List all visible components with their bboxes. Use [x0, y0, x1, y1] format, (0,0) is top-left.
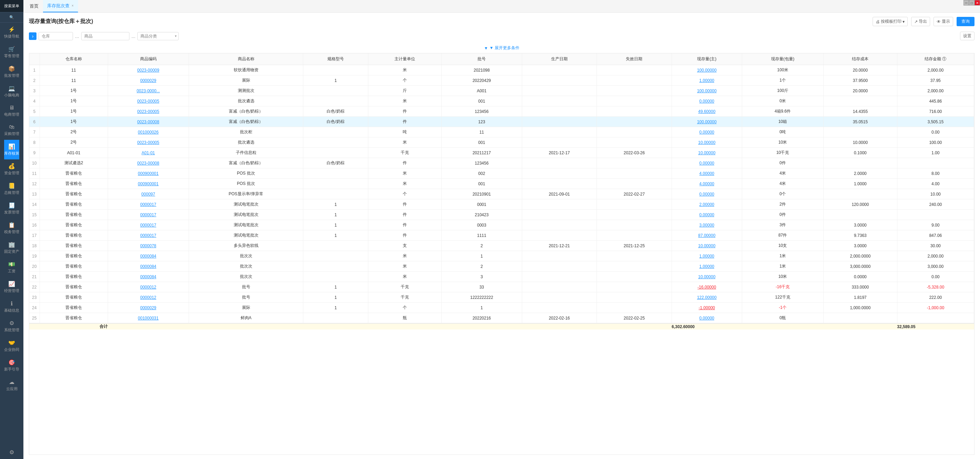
- cell-18-2[interactable]: 0000084: [108, 251, 189, 261]
- sidebar-item-7[interactable]: 💰资金管理: [4, 159, 19, 179]
- cell-17-9[interactable]: 10.00000: [671, 241, 742, 251]
- sidebar-item-1[interactable]: 🛒零售管理: [4, 42, 19, 62]
- cell-22-9[interactable]: 122.00000: [671, 292, 742, 303]
- tab-0[interactable]: 首页: [25, 0, 43, 13]
- cell-4-9[interactable]: 49.60000: [671, 107, 742, 117]
- sidebar-item-11[interactable]: 🏢固定资产: [4, 238, 19, 258]
- sidebar-item-10[interactable]: 📋税务管理: [4, 218, 19, 238]
- tab-1[interactable]: 库存批次查×: [43, 0, 78, 13]
- expand-arrow-icon: ▼: [484, 46, 488, 51]
- sidebar-item-9[interactable]: 🧾发票管理: [4, 199, 19, 218]
- close-button[interactable]: ✕: [975, 0, 980, 5]
- cell-15-9[interactable]: 3.00000: [671, 220, 742, 230]
- cell-24-9[interactable]: 0.00000: [671, 313, 742, 324]
- tab-close-1[interactable]: ×: [72, 0, 74, 12]
- cell-12-9[interactable]: 0.00000: [671, 189, 742, 199]
- minimize-button[interactable]: ─: [964, 0, 969, 5]
- sidebar-item-12[interactable]: 💵工资: [4, 258, 19, 277]
- cell-10-6: 002: [442, 168, 522, 179]
- maximize-button[interactable]: □: [969, 0, 975, 5]
- print-button[interactable]: 🖨 按模板打印 ▾: [873, 17, 908, 26]
- cell-1-9[interactable]: 1.00000: [671, 75, 742, 86]
- cell-11-2[interactable]: 000900001: [108, 179, 189, 189]
- sidebar-item-18[interactable]: ☁云应用: [4, 375, 19, 395]
- sidebar-item-5[interactable]: 🛍采购管理: [4, 121, 19, 140]
- sidebar-icon-10: 📋: [8, 222, 15, 228]
- cell-7-2[interactable]: 0023-00005: [108, 137, 189, 148]
- sidebar-item-8[interactable]: 📒总账管理: [4, 179, 19, 199]
- cell-0-8: [597, 65, 672, 75]
- cell-20-4: [303, 272, 368, 282]
- sidebar-item-0[interactable]: ⚡快捷导航: [4, 23, 19, 42]
- product-input[interactable]: [81, 32, 129, 40]
- cell-16-2[interactable]: 0000017: [108, 230, 189, 241]
- cell-8-9[interactable]: 10.00000: [671, 148, 742, 158]
- cell-19-2[interactable]: 0000084: [108, 261, 189, 272]
- cell-6-9[interactable]: 0.00000: [671, 127, 742, 137]
- expand-more-row[interactable]: ▼ ▼ 展开更多条件: [29, 45, 975, 51]
- cell-10-10: 4米: [742, 168, 823, 179]
- sidebar-item-3[interactable]: 💻小脑电商: [4, 81, 19, 101]
- cell-21-9[interactable]: -16.00000: [671, 282, 742, 292]
- cell-20-9[interactable]: 10.00000: [671, 272, 742, 282]
- cell-1-2[interactable]: 0000029: [108, 75, 189, 86]
- cell-14-9[interactable]: 0.00000: [671, 210, 742, 220]
- cell-13-9[interactable]: 2.00000: [671, 199, 742, 210]
- cell-12-2[interactable]: 000097: [108, 189, 189, 199]
- cell-6-3: 批次柜: [189, 127, 303, 137]
- cell-15-2[interactable]: 0000017: [108, 220, 189, 230]
- cell-20-2[interactable]: 0000084: [108, 272, 189, 282]
- cell-0-9[interactable]: 100.00000: [671, 65, 742, 75]
- cell-7-9[interactable]: 10.00000: [671, 137, 742, 148]
- cell-22-2[interactable]: 0000012: [108, 292, 189, 303]
- cell-11-9[interactable]: 4.00000: [671, 179, 742, 189]
- cell-2-9[interactable]: 100.00000: [671, 86, 742, 96]
- category-input[interactable]: [137, 32, 179, 40]
- cell-5-9[interactable]: 100.00000: [671, 117, 742, 127]
- cell-2-2[interactable]: 0023-0000...: [108, 86, 189, 96]
- cell-17-2[interactable]: 0000078: [108, 241, 189, 251]
- cell-3-9[interactable]: 0.00000: [671, 96, 742, 107]
- cell-6-2[interactable]: 001000026: [108, 127, 189, 137]
- warehouse-input[interactable]: [38, 32, 73, 40]
- sidebar-item-17[interactable]: 🎯新手引导: [4, 356, 19, 375]
- cell-16-9[interactable]: 87.00000: [671, 230, 742, 241]
- cell-4-2[interactable]: 0023-00005: [108, 107, 189, 117]
- cell-9-2[interactable]: 0023-00008: [108, 158, 189, 168]
- cell-10-2[interactable]: 000900001: [108, 168, 189, 179]
- sidebar-item-15[interactable]: ⚙系统管理: [4, 316, 19, 336]
- cell-2-10: 100斤: [742, 86, 823, 96]
- sidebar-item-13[interactable]: 📈经营管理: [4, 277, 19, 297]
- settings-icon[interactable]: ⚙: [0, 446, 24, 459]
- cell-23-2[interactable]: 0000029: [108, 303, 189, 313]
- cell-18-9[interactable]: 1.00000: [671, 251, 742, 261]
- sidebar-item-16[interactable]: 🤝企业协同: [4, 336, 19, 356]
- filter-arrow-button[interactable]: ›: [29, 32, 37, 40]
- settings-button[interactable]: 设置: [960, 32, 975, 40]
- cell-0-2[interactable]: 0023-00009: [108, 65, 189, 75]
- cell-13-2[interactable]: 0000017: [108, 199, 189, 210]
- sidebar-item-14[interactable]: ℹ基础信息: [4, 297, 19, 316]
- sidebar-item-2[interactable]: 📦批发管理: [4, 62, 19, 81]
- cell-21-2[interactable]: 0000012: [108, 282, 189, 292]
- cell-8-2[interactable]: A01-01: [108, 148, 189, 158]
- export-button[interactable]: ↗ 导出: [911, 17, 930, 26]
- cell-14-2[interactable]: 0000017: [108, 210, 189, 220]
- sidebar-item-4[interactable]: 🖥电商管理: [4, 101, 19, 121]
- cell-19-9[interactable]: 1.00000: [671, 261, 742, 272]
- cell-5-2[interactable]: 0023-00008: [108, 117, 189, 127]
- query-button[interactable]: 查询: [956, 17, 975, 26]
- warehouse-dots[interactable]: ...: [75, 33, 79, 39]
- inventory-table: 仓库名称商品编码商品名称规格型号主计量单位批号生产日期失效日期现存量(主)现存量…: [29, 53, 974, 330]
- sidebar-search[interactable]: 🔍: [0, 13, 24, 23]
- cell-24-2[interactable]: 001000031: [108, 313, 189, 324]
- cell-9-9[interactable]: 0.00000: [671, 158, 742, 168]
- sidebar-logo[interactable]: 搜索菜单: [0, 0, 24, 13]
- sidebar-item-6[interactable]: 📊库存核算: [4, 140, 19, 159]
- cell-22-4: 1: [303, 292, 368, 303]
- cell-23-9[interactable]: -1.00000: [671, 303, 742, 313]
- product-dots[interactable]: ...: [132, 33, 135, 39]
- cell-10-9[interactable]: 4.00000: [671, 168, 742, 179]
- cell-3-2[interactable]: 0023-00005: [108, 96, 189, 107]
- display-button[interactable]: 👁 显示: [934, 17, 953, 26]
